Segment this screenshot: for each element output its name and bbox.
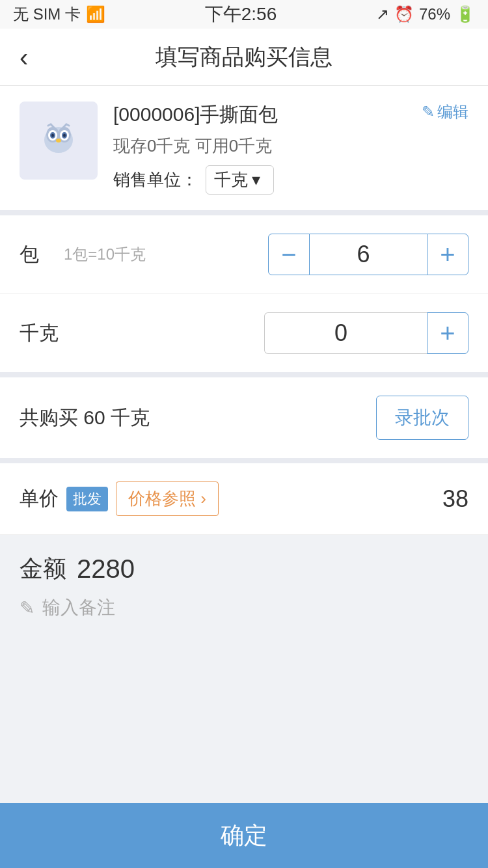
product-card: [0000006]手撕面包 ✎ 编辑 现存0千克 可用0千克 销售单位： 千克 …: [0, 86, 488, 215]
kg-qty-input[interactable]: [264, 312, 427, 354]
back-button[interactable]: ‹: [20, 44, 28, 70]
bao-minus-button[interactable]: −: [268, 234, 310, 275]
bao-plus-button[interactable]: +: [427, 234, 468, 275]
product-unit-row: 销售单位： 千克 ▾: [113, 165, 468, 195]
pencil-icon: ✎: [20, 597, 34, 619]
status-time: 下午2:56: [205, 2, 277, 27]
svg-line-11: [48, 124, 51, 126]
bao-qty-input[interactable]: [310, 234, 427, 275]
note-placeholder[interactable]: 输入备注: [42, 595, 115, 620]
status-bar: 无 SIM 卡 📶 下午2:56 ↗ ⏰ 76% 🔋: [0, 0, 488, 29]
kg-plus-button[interactable]: +: [427, 312, 468, 354]
amount-label: 金额: [20, 553, 66, 585]
kg-qty-control: +: [264, 312, 468, 354]
unit-label-text: 销售单位：: [113, 169, 198, 191]
note-row[interactable]: ✎ 输入备注: [20, 595, 468, 620]
edit-button[interactable]: ✎ 编辑: [422, 102, 468, 122]
product-thumbnail: [20, 102, 98, 180]
total-row: 共购买 60 千克 录批次: [0, 377, 488, 463]
unit-select[interactable]: 千克 ▾: [206, 165, 274, 195]
svg-point-7: [51, 133, 54, 137]
price-tag-badge: 批发: [66, 487, 108, 511]
kg-label: 千克: [20, 320, 59, 347]
page-title: 填写商品购买信息: [156, 42, 332, 72]
total-label: 共购买 60 千克: [20, 405, 150, 431]
price-value: 38: [442, 485, 468, 513]
confirm-button[interactable]: 确定: [0, 803, 488, 868]
wifi-icon: 📶: [86, 5, 105, 23]
price-label: 单价: [20, 485, 59, 512]
record-batch-button[interactable]: 录批次: [376, 396, 468, 440]
status-right: ↗ ⏰ 76% 🔋: [376, 5, 475, 23]
product-stock: 现存0千克 可用0千克: [113, 135, 468, 157]
battery-text: 76%: [419, 5, 450, 23]
amount-value: 2280: [77, 554, 135, 584]
dropdown-icon: ▾: [252, 170, 260, 190]
alarm-icon: ⏰: [394, 5, 414, 23]
location-icon: ↗: [376, 5, 389, 23]
kg-qty-row: 千克 +: [0, 294, 488, 377]
bao-qty-row: 包 1包=10千克 − +: [0, 215, 488, 294]
sim-wifi-text: 无 SIM 卡: [13, 4, 81, 25]
price-left: 单价 批发 价格参照 ›: [20, 481, 219, 516]
bao-hint: 1包=10千克: [64, 244, 268, 265]
price-ref-button[interactable]: 价格参照 ›: [116, 481, 219, 516]
status-left: 无 SIM 卡 📶: [13, 4, 105, 25]
battery-icon: 🔋: [455, 5, 475, 23]
bao-label: 包: [20, 241, 59, 268]
price-row: 单价 批发 价格参照 › 38: [20, 481, 468, 516]
product-header: [0000006]手撕面包 ✎ 编辑: [113, 102, 468, 128]
bao-qty-control: − +: [268, 234, 468, 275]
nav-bar: ‹ 填写商品购买信息: [0, 29, 488, 86]
product-info: [0000006]手撕面包 ✎ 编辑 现存0千克 可用0千克 销售单位： 千克 …: [113, 102, 468, 195]
product-code-name: [0000006]手撕面包: [113, 102, 278, 128]
edit-icon: ✎: [422, 103, 435, 121]
product-logo-icon: [39, 118, 78, 164]
svg-line-13: [66, 124, 69, 126]
svg-point-9: [56, 139, 61, 142]
svg-point-8: [63, 133, 66, 137]
amount-section: 金额 2280 ✎ 输入备注: [0, 535, 488, 633]
price-section: 单价 批发 价格参照 › 38: [0, 463, 488, 535]
amount-row: 金额 2280: [20, 553, 468, 585]
